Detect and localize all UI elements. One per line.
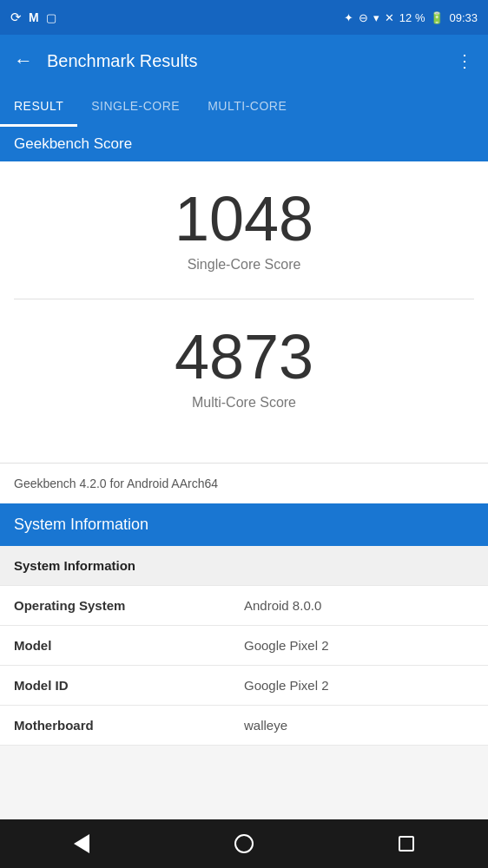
system-info-title: System Information <box>14 516 148 533</box>
os-value: Android 8.0.0 <box>244 598 474 613</box>
home-icon <box>234 834 254 853</box>
back-button[interactable]: ← <box>14 49 33 72</box>
tab-result[interactable]: RESULT <box>0 87 77 125</box>
table-row: Model ID Google Pixel 2 <box>0 666 488 706</box>
table-row: Model Google Pixel 2 <box>0 626 488 666</box>
table-row: Motherboard walleye <box>0 706 488 746</box>
geekbench-version: Geekbench 4.2.0 for Android AArch64 <box>14 477 218 490</box>
page-title: Benchmark Results <box>47 51 442 71</box>
nav-back-button[interactable] <box>56 826 108 861</box>
nav-recents-button[interactable] <box>380 826 432 861</box>
navigation-bar <box>0 819 488 868</box>
multi-core-score: 4873 <box>14 326 474 388</box>
time-display: 09:33 <box>449 11 478 24</box>
motherboard-label: Motherboard <box>14 718 244 733</box>
info-table: System Information Operating System Andr… <box>0 546 488 746</box>
score-container: 1048 Single-Core Score 4873 Multi-Core S… <box>0 161 488 463</box>
score-divider <box>14 299 474 299</box>
alarm-icon: ⊖ <box>359 11 368 24</box>
wifi-icon: ▾ <box>373 11 379 24</box>
gmail-icon: M <box>29 10 39 24</box>
tab-multi-core[interactable]: MULTI-CORE <box>194 87 300 125</box>
table-header-label: System Information <box>14 558 474 573</box>
tab-single-core[interactable]: SINGLE-CORE <box>77 87 194 125</box>
table-row: Operating System Android 8.0.0 <box>0 586 488 626</box>
model-label: Model <box>14 638 244 653</box>
model-value: Google Pixel 2 <box>244 638 474 653</box>
single-core-score: 1048 <box>14 187 474 250</box>
recents-icon <box>399 836 414 852</box>
square-icon: ▢ <box>46 11 56 24</box>
single-core-block: 1048 Single-Core Score <box>14 187 474 273</box>
nav-home-button[interactable] <box>218 826 270 861</box>
battery-icon: 🔋 <box>430 11 444 24</box>
tab-bar: RESULT SINGLE-CORE MULTI-CORE <box>0 87 488 127</box>
system-info-header: System Information <box>0 503 488 546</box>
model-id-value: Google Pixel 2 <box>244 678 474 693</box>
model-id-label: Model ID <box>14 678 244 693</box>
battery-percentage: 12 % <box>399 11 425 24</box>
multi-core-label: Multi-Core Score <box>14 395 474 411</box>
footer-note: Geekbench 4.2.0 for Android AArch64 <box>0 463 488 503</box>
app-bar: ← Benchmark Results ⋮ <box>0 35 488 87</box>
sync-icon: ⟳ <box>10 10 22 25</box>
single-core-label: Single-Core Score <box>14 257 474 273</box>
signal-off-icon: ✕ <box>385 11 394 24</box>
geekbench-score-title: Geekbench Score <box>14 135 132 152</box>
back-icon <box>74 834 89 853</box>
os-label: Operating System <box>14 598 244 613</box>
status-bar: ⟳ M ▢ ✦ ⊖ ▾ ✕ 12 % 🔋 09:33 <box>0 0 488 35</box>
geekbench-score-header: Geekbench Score <box>0 127 488 161</box>
multi-core-block: 4873 Multi-Core Score <box>14 326 474 411</box>
info-table-header-row: System Information <box>0 546 488 586</box>
bluetooth-icon: ✦ <box>344 11 353 24</box>
motherboard-value: walleye <box>244 718 474 733</box>
status-bar-right: ✦ ⊖ ▾ ✕ 12 % 🔋 09:33 <box>344 11 478 24</box>
status-bar-left: ⟳ M ▢ <box>10 10 56 25</box>
overflow-menu-button[interactable]: ⋮ <box>456 50 474 71</box>
